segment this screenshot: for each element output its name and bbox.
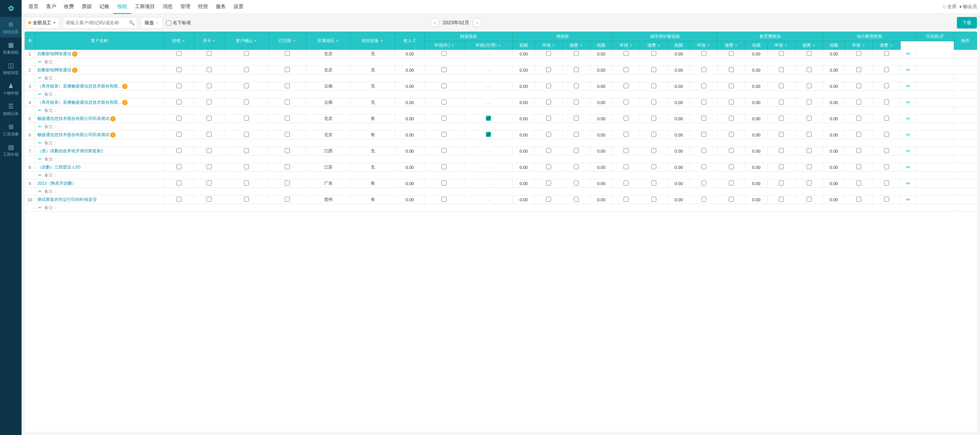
zz_apply-checkbox[interactable] — [546, 164, 551, 169]
warning-icon[interactable]: ! — [110, 116, 116, 121]
yi_wan_shui-checkbox[interactable] — [285, 116, 290, 121]
filter-button[interactable]: 筛选 ▼ — [140, 17, 163, 29]
remark-edit-icon[interactable]: ✏ — [38, 173, 43, 177]
qing_ka-checkbox[interactable] — [207, 197, 212, 202]
zz_pay-checkbox[interactable] — [574, 164, 579, 169]
client-name-cell[interactable]: （库存核算）直播畅捷通信息技术股份有限...! — [35, 82, 164, 91]
edit-icon[interactable]: ✏ — [906, 164, 910, 170]
cb-year-checkbox[interactable] — [442, 99, 447, 105]
yh_pay-checkbox[interactable] — [884, 99, 889, 105]
cb-year-checkbox[interactable] — [442, 116, 447, 121]
chao_shui-checkbox[interactable] — [177, 180, 182, 185]
cb-year-checkbox[interactable] — [442, 83, 447, 88]
remark-edit-icon[interactable]: ✏ — [38, 189, 43, 194]
warning-icon[interactable]: ! — [122, 100, 128, 105]
yi_wan_shui-checkbox[interactable] — [285, 83, 290, 88]
zz_pay-checkbox[interactable] — [574, 67, 579, 72]
topnav-home[interactable]: 首页 — [25, 0, 42, 14]
cb-year-checkbox[interactable] — [442, 51, 447, 56]
client-name-cell[interactable]: 2013（陶美芳勿删） — [35, 179, 164, 188]
topnav-message[interactable]: 消息 — [159, 0, 177, 14]
cs_apply-checkbox[interactable] — [624, 132, 629, 137]
cb-year-checkbox[interactable] — [442, 67, 447, 72]
cs_apply-checkbox[interactable] — [624, 83, 629, 88]
yi_wan_shui-checkbox[interactable] — [285, 180, 290, 185]
cs_apply-checkbox[interactable] — [624, 116, 629, 121]
cs_pay-checkbox[interactable] — [651, 83, 656, 88]
edit-icon[interactable]: ✏ — [906, 99, 910, 105]
yh_apply-checkbox[interactable] — [856, 197, 861, 202]
jy_pay-checkbox[interactable] — [729, 99, 734, 105]
qing_ka-checkbox[interactable] — [207, 132, 212, 137]
sub-df-pay[interactable]: 缴费 ▼ — [795, 41, 823, 50]
qing_ka-checkbox[interactable] — [207, 51, 212, 56]
cs_apply-checkbox[interactable] — [624, 51, 629, 56]
yh_apply-checkbox[interactable] — [856, 116, 861, 121]
next-page-btn[interactable]: › — [472, 18, 482, 27]
jy_pay-checkbox[interactable] — [729, 197, 734, 202]
edit-icon[interactable]: ✏ — [906, 148, 910, 154]
cs_pay-checkbox[interactable] — [651, 180, 656, 185]
jy_pay-checkbox[interactable] — [729, 164, 734, 169]
topnav-tax[interactable]: 报税 — [113, 0, 131, 14]
df_pay-checkbox[interactable] — [807, 164, 812, 169]
zz_apply-checkbox[interactable] — [546, 132, 551, 137]
warning-icon[interactable]: ! — [72, 51, 77, 57]
jy_pay-checkbox[interactable] — [729, 67, 734, 72]
topnav-industrial[interactable]: 工商项目 — [131, 0, 159, 14]
sidebar-item-personal-tax[interactable]: ♟ 个税申报 — [0, 78, 22, 99]
yh_apply-checkbox[interactable] — [856, 99, 861, 105]
yh_pay-checkbox[interactable] — [884, 197, 889, 202]
search-input[interactable] — [66, 20, 127, 25]
topnav-service[interactable]: 服务 — [212, 0, 230, 14]
fullscreen-btn[interactable]: □ 全屏 — [943, 3, 956, 10]
topnav-settings[interactable]: 设置 — [230, 0, 247, 14]
topnav-management[interactable]: 管理 — [177, 0, 194, 14]
df_pay-checkbox[interactable] — [807, 116, 812, 121]
cs_pay-checkbox[interactable] — [651, 51, 656, 56]
df_apply-checkbox[interactable] — [779, 180, 784, 185]
yh_apply-checkbox[interactable] — [856, 132, 861, 137]
yi_wan_shui-checkbox[interactable] — [285, 164, 290, 169]
remark-edit-icon[interactable]: ✏ — [38, 157, 43, 161]
sidebar-item-summary[interactable]: ⊞ 汇算清缴 — [0, 119, 22, 140]
ke_hu_confirm-checkbox[interactable] — [244, 132, 249, 137]
df_apply-checkbox[interactable] — [779, 148, 784, 153]
zz_pay-checkbox[interactable] — [574, 148, 579, 153]
cb-month-checkbox[interactable] — [486, 116, 491, 121]
cb-month-checkbox[interactable] — [486, 132, 491, 137]
edit-icon[interactable]: ✏ — [906, 132, 910, 138]
zz_apply-checkbox[interactable] — [546, 67, 551, 72]
df_apply-checkbox[interactable] — [779, 51, 784, 56]
remark-edit-icon[interactable]: ✏ — [38, 140, 43, 145]
chao_shui-checkbox[interactable] — [177, 116, 182, 121]
remark-edit-icon[interactable]: ✏ — [38, 205, 43, 210]
yh_pay-checkbox[interactable] — [884, 116, 889, 121]
chao_shui-checkbox[interactable] — [177, 83, 182, 88]
qing_ka-checkbox[interactable] — [207, 67, 212, 72]
remark-edit-icon[interactable]: ✏ — [38, 108, 43, 113]
zz_pay-checkbox[interactable] — [574, 99, 579, 105]
jy_apply-checkbox[interactable] — [701, 197, 706, 202]
cb-year-checkbox[interactable] — [442, 164, 447, 169]
df_apply-checkbox[interactable] — [779, 67, 784, 72]
chao_shui-checkbox[interactable] — [177, 197, 182, 202]
zz_apply-checkbox[interactable] — [546, 51, 551, 56]
warning-icon[interactable]: ! — [110, 132, 116, 138]
chao_shui-checkbox[interactable] — [177, 99, 182, 105]
jy_pay-checkbox[interactable] — [729, 116, 734, 121]
remark-edit-icon[interactable]: ✏ — [38, 92, 43, 96]
jy_apply-checkbox[interactable] — [701, 99, 706, 105]
sub-jy-pay[interactable]: 缴费 ▼ — [718, 41, 745, 50]
employee-filter-select[interactable]: 全部员工 ▼ — [25, 17, 60, 29]
topnav-invoice[interactable]: 票据 — [78, 0, 96, 14]
yh_apply-checkbox[interactable] — [856, 51, 861, 56]
ke_hu_confirm-checkbox[interactable] — [244, 99, 249, 105]
sub-cb-month[interactable]: 申报(月/季) ▼ — [464, 41, 513, 50]
df_apply-checkbox[interactable] — [779, 116, 784, 121]
df_pay-checkbox[interactable] — [807, 67, 812, 72]
ke_hu_confirm-checkbox[interactable] — [244, 148, 249, 153]
qing_ka-checkbox[interactable] — [207, 99, 212, 105]
df_apply-checkbox[interactable] — [779, 197, 784, 202]
cs_pay-checkbox[interactable] — [651, 99, 656, 105]
